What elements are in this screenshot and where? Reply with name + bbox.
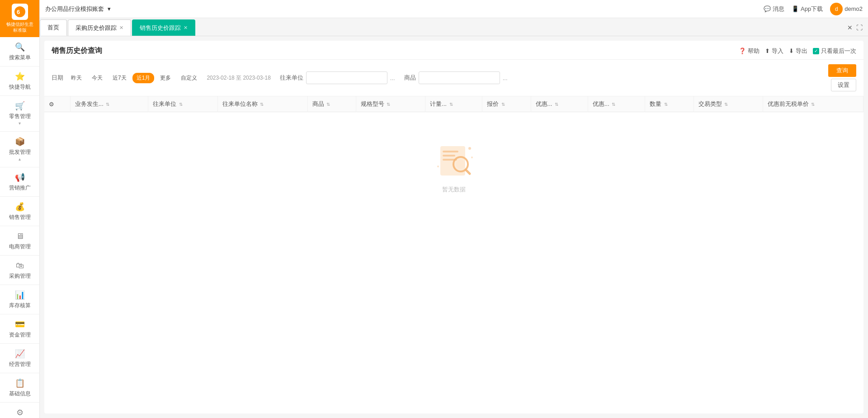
date-btn-yesterday[interactable]: 昨天 [67,73,86,83]
col-product[interactable]: 商品 ⇅ [307,96,356,112]
col-unit-measure-label: 计量... [430,100,447,107]
sidebar-item-system[interactable]: ⚙ 系统管理 [0,403,39,418]
date-btn-7days[interactable]: 近7天 [108,73,131,83]
sidebar-item-finance[interactable]: 💳 资金管理 [0,314,39,344]
col-biz-date[interactable]: 业务发生... ⇅ [70,96,148,112]
unit-filter-input[interactable] [306,71,387,84]
sort-icon-pretax-price: ⇅ [811,102,815,107]
sidebar-label-sales: 销售管理 [9,214,31,221]
message-button[interactable]: 💬 消息 [764,5,784,13]
unit-filter-dots[interactable]: ... [390,75,395,81]
page-title: 销售历史价查询 [52,46,102,56]
sort-icon-trade-type: ⇅ [724,102,728,107]
product-filter-dots[interactable]: ... [503,75,508,81]
header-right: 💬 消息 📱 App下载 d demo2 [764,3,863,15]
col-unit-code-label: 往来单位 [153,100,176,107]
col-spec-label: 规格型号 [361,100,384,107]
settings-button[interactable]: 设置 [831,79,856,91]
col-unit-name-label: 往来单位名称 [222,100,258,107]
shopping-icon: 🛍 [16,260,24,271]
col-product-label: 商品 [312,100,324,107]
app-download-button[interactable]: 📱 App下载 [792,5,823,13]
svg-rect-3 [443,151,458,152]
logo-subtitle: 标准版 [13,27,27,33]
checkbox-checked-icon [813,48,819,54]
trending-icon: 📈 [15,348,25,360]
star-icon: ⭐ [15,71,25,82]
empty-text: 暂无数据 [442,185,466,194]
sidebar-item-operation[interactable]: 📈 经营管理 [0,344,39,373]
col-trade-type[interactable]: 交易类型 ⇅ [693,96,763,112]
page-actions: ❓ 帮助 ⬆ 导入 ⬇ 导出 只看最后一次 [739,47,856,55]
col-discount2[interactable]: 优惠... ⇅ [588,96,645,112]
sidebar-item-marketing[interactable]: 📢 营销推广 [0,167,39,197]
chart-icon: 📊 [15,290,25,301]
sort-icon-discount2: ⇅ [612,102,615,107]
col-unit-name[interactable]: 往来单位名称 ⇅ [217,96,307,112]
sidebar-label-ecommerce: 电商管理 [9,243,31,251]
col-unit-measure[interactable]: 计量... ⇅ [425,96,482,112]
sidebar-item-ecommerce[interactable]: 🖥 电商管理 [0,226,39,256]
tab-purchase-history[interactable]: 采购历史价跟踪 ✕ [68,19,131,36]
sort-icon-discount1: ⇅ [555,102,558,107]
date-btn-custom[interactable]: 自定义 [177,73,201,83]
sidebar-logo[interactable]: 6 畅捷信好生意 标准版 [0,0,39,37]
unit-filter-label: 往来单位 [280,74,303,82]
header-dropdown-icon[interactable]: ▾ [108,5,111,12]
tab-home-label: 首页 [47,24,59,32]
sidebar-item-sales[interactable]: 💰 销售管理 [0,197,39,226]
col-spec[interactable]: 规格型号 ⇅ [356,96,425,112]
sidebar-item-purchase[interactable]: 🛍 采购管理 [0,256,39,285]
only-last-checkbox[interactable]: 只看最后一次 [813,47,856,55]
message-label: 消息 [773,5,784,13]
money-icon: 💰 [15,201,25,213]
megaphone-icon: 📢 [15,172,25,183]
page-content: 销售历史价查询 ❓ 帮助 ⬆ 导入 ⬇ 导出 [40,36,868,418]
help-label: 帮助 [748,47,760,55]
table-header-row: ⚙ 业务发生... ⇅ 往来单位 ⇅ 往来单位名称 [44,96,863,112]
col-quantity[interactable]: 数量 ⇅ [645,96,693,112]
col-unit-code[interactable]: 往来单位 ⇅ [148,96,217,112]
date-filter-group: 日期 昨天 今天 近7天 近1月 更多 自定义 2023-02-18 至 202… [52,73,271,83]
message-icon: 💬 [764,5,771,12]
col-pretax-price[interactable]: 优惠前无税单价 ⇅ [763,96,863,112]
sidebar-item-retail[interactable]: 🛒 零售管理 ▾ [0,96,39,132]
chevron-up-icon: ▴ [19,156,21,162]
main-area: 办公用品行业模拟账套 ▾ 💬 消息 📱 App下载 d demo2 首页 [40,0,868,418]
sidebar-item-search-menu[interactable]: 🔍 搜索菜单 [0,37,39,66]
tab-home[interactable]: 首页 [40,19,67,36]
sort-icon-unit-measure: ⇅ [449,102,453,107]
tab-close-all-icon[interactable]: ✕ [847,24,853,31]
sort-icon-quote: ⇅ [501,102,505,107]
top-header: 办公用品行业模拟账套 ▾ 💬 消息 📱 App下载 d demo2 [40,0,868,18]
export-button[interactable]: ⬇ 导出 [789,47,807,55]
col-discount1-label: 优惠... [536,100,552,107]
svg-point-9 [468,147,471,150]
help-button[interactable]: ❓ 帮助 [739,47,760,55]
search-button[interactable]: 查询 [828,64,856,77]
date-btn-more[interactable]: 更多 [156,73,175,83]
tab-sales-history[interactable]: 销售历史价跟踪 ✕ [132,19,195,36]
date-options: 昨天 今天 近7天 近1月 更多 自定义 [67,73,201,83]
sidebar-item-wholesale[interactable]: 📦 批发管理 ▴ [0,132,39,167]
tab-sales-close-icon[interactable]: ✕ [184,25,188,31]
col-quote[interactable]: 报价 ⇅ [482,96,531,112]
empty-illustration [431,139,476,180]
tab-maximize-icon[interactable]: ⛶ [856,24,863,31]
date-btn-today[interactable]: 今天 [88,73,107,83]
help-icon: ❓ [739,48,746,54]
col-quote-label: 报价 [487,100,499,107]
product-filter-input[interactable] [419,71,500,84]
tab-purchase-close-icon[interactable]: ✕ [119,25,123,31]
user-menu[interactable]: d demo2 [830,3,863,15]
col-discount1[interactable]: 优惠... ⇅ [531,96,588,112]
import-button[interactable]: ⬆ 导入 [765,47,783,55]
date-range-text: 2023-02-18 至 2023-03-18 [207,74,270,82]
sidebar-item-quick-nav[interactable]: ⭐ 快捷导航 [0,66,39,96]
import-label: 导入 [772,47,783,55]
sidebar-item-inventory[interactable]: 📊 库存核算 [0,285,39,314]
logo-text: 畅捷信好生意 [6,21,33,27]
col-settings[interactable]: ⚙ [44,96,70,112]
date-btn-1month[interactable]: 近1月 [132,73,155,83]
sidebar-item-basic-info[interactable]: 📋 基础信息 [0,373,39,403]
